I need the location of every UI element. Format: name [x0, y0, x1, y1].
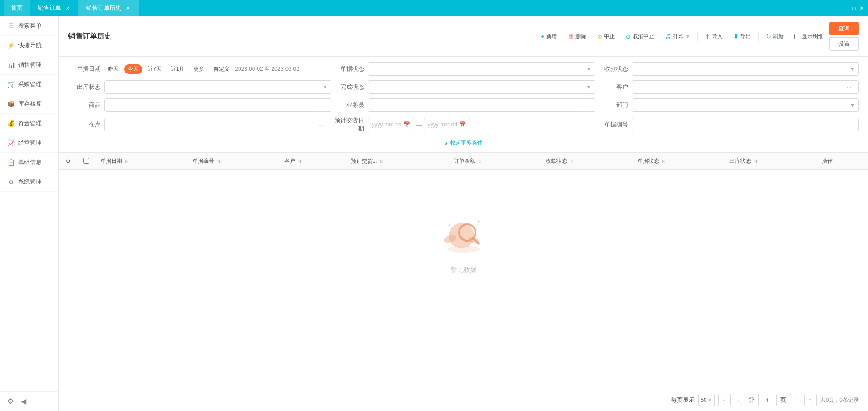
stop-icon: ⊘: [597, 33, 602, 40]
first-page-btn[interactable]: «: [718, 394, 731, 406]
export-button[interactable]: ⬇ 导出: [729, 30, 756, 43]
delivery-status-sort-icon[interactable]: ⇅: [754, 159, 758, 164]
filter-payment-status: 收款状态 ▼: [595, 62, 859, 76]
th-customer: 客户 ⇅: [279, 153, 345, 170]
tab-sales-order-close[interactable]: ✕: [64, 5, 71, 12]
payment-status-arrow-icon: ▼: [850, 66, 855, 72]
collapse-button[interactable]: ∧ 收起更多条件: [444, 139, 483, 147]
sidebar-item-sales-mgmt[interactable]: 📊 销售管理: [0, 55, 58, 75]
svg-point-4: [461, 227, 469, 234]
complete-status-select[interactable]: ▼: [368, 80, 595, 94]
inventory-icon: 📦: [7, 100, 14, 107]
sidebar-collapse-icon[interactable]: ◀: [21, 397, 26, 406]
tab-sales-order[interactable]: 销售订单 ✕: [30, 0, 79, 16]
order-amount-sort-icon[interactable]: ⇅: [478, 159, 481, 164]
bill-number-input[interactable]: [632, 118, 859, 131]
bill-number-sort-icon[interactable]: ⇅: [217, 159, 221, 164]
goods-dots-btn[interactable]: ···: [315, 102, 327, 109]
salesperson-input[interactable]: ···: [368, 98, 595, 112]
prev-page-btn[interactable]: ‹: [733, 394, 745, 406]
payment-status-sort-icon[interactable]: ⇅: [570, 159, 573, 164]
warehouse-input[interactable]: ···: [104, 118, 331, 131]
page-title: 销售订单历史: [68, 32, 111, 41]
goods-input[interactable]: ···: [104, 98, 331, 112]
window-controls: — □ ✕: [843, 5, 864, 12]
filter-salesperson: 业务员 ···: [331, 98, 595, 112]
display-detail-label: 显示明细: [802, 33, 824, 40]
salesperson-dots-btn[interactable]: ···: [579, 102, 591, 109]
pagination-footer: 每页显示 50 ▼ « ‹ 第 页 › » 共0页，0条记录: [59, 389, 868, 411]
quick-nav-icon: ⚡: [7, 42, 14, 49]
bill-date-sort-icon[interactable]: ⇅: [125, 159, 128, 164]
filter-row-1: 单据日期 昨天 今天 近7天 近1月 更多 自定义 2023-06-02 至 2…: [68, 62, 859, 76]
minimize-btn[interactable]: —: [843, 5, 849, 12]
warehouse-status-arrow-icon: ▼: [322, 84, 327, 90]
sidebar-item-quick-nav[interactable]: ⚡ 快捷导航: [0, 36, 58, 55]
window-close-btn[interactable]: ✕: [859, 5, 864, 12]
th-expected-delivery: 预计交货... ⇅: [345, 153, 448, 170]
sidebar-item-inventory[interactable]: 📦 库存核算: [0, 94, 58, 114]
sidebar-settings-icon[interactable]: ⚙: [7, 397, 14, 406]
next-page-btn[interactable]: ›: [790, 394, 802, 406]
date-tab-yesterday[interactable]: 昨天: [104, 64, 122, 74]
maximize-btn[interactable]: □: [852, 5, 856, 12]
department-select[interactable]: ▼: [632, 98, 859, 112]
payment-status-select[interactable]: ▼: [632, 62, 859, 76]
page-size-arrow-icon: ▼: [708, 398, 712, 403]
date-tab-today[interactable]: 今天: [124, 64, 142, 74]
page-word-before: 第: [747, 396, 757, 404]
bill-status-label: 单据状态: [331, 65, 368, 73]
expected-delivery-sort-icon[interactable]: ⇅: [379, 159, 383, 164]
date-tab-7days[interactable]: 近7天: [144, 64, 165, 74]
display-detail-check[interactable]: 显示明细: [794, 33, 824, 40]
sidebar-item-base-info[interactable]: 📋 基础信息: [0, 153, 58, 172]
refresh-button[interactable]: ↻ 刷新: [762, 30, 788, 43]
sidebar-item-purchase-mgmt[interactable]: 🛒 采购管理: [0, 75, 58, 94]
warehouse-dots-btn[interactable]: ···: [315, 121, 327, 128]
sidebar-item-search-menu[interactable]: ☰ 搜索菜单: [0, 16, 58, 36]
new-label: 新增: [546, 33, 557, 40]
new-button[interactable]: + 新增: [537, 30, 562, 43]
filter-row-3: 商品 ··· 业务员 ··· 部门: [68, 98, 859, 112]
import-button[interactable]: ⬆ 导入: [700, 30, 727, 43]
display-detail-checkbox[interactable]: [794, 34, 800, 39]
customer-dots-btn[interactable]: ···: [843, 84, 855, 91]
cancel-stop-button[interactable]: ⊙ 取消中止: [621, 30, 659, 43]
sidebar-item-sys-mgmt[interactable]: ⚙ 系统管理: [0, 172, 58, 192]
sidebar-item-finance[interactable]: 💰 资金管理: [0, 114, 58, 133]
base-info-icon: 📋: [7, 159, 14, 166]
tab-sales-order-history-close[interactable]: ✕: [124, 5, 131, 12]
settings-gear-icon[interactable]: ⚙: [66, 158, 71, 164]
page-size-label: 每页显示: [671, 396, 695, 404]
date-tab-1month[interactable]: 近1月: [167, 64, 188, 74]
date-tab-custom[interactable]: 自定义: [210, 64, 233, 74]
sidebar-item-sales-mgmt-label: 销售管理: [18, 61, 42, 69]
bill-status-select[interactable]: ▼: [368, 62, 595, 76]
settings-button[interactable]: 设置: [829, 37, 859, 51]
delete-button[interactable]: 🗑 删除: [563, 30, 591, 43]
th-operation-label: 操作: [822, 158, 833, 164]
sidebar-item-operations[interactable]: 📈 经营管理: [0, 133, 58, 153]
expected-date-from-input[interactable]: yyyy-mm-dd 📅: [368, 118, 414, 131]
tab-sales-order-history[interactable]: 销售订单历史 ✕: [79, 0, 139, 16]
select-all-checkbox[interactable]: [83, 158, 89, 164]
page-number-input[interactable]: [758, 394, 777, 406]
page-size-select[interactable]: 50 ▼: [698, 394, 714, 406]
th-expected-delivery-label: 预计交货...: [351, 158, 377, 164]
th-delivery-status-label: 出库状态: [729, 158, 751, 164]
bill-status-sort-icon[interactable]: ⇅: [662, 159, 665, 164]
query-button[interactable]: 查询: [829, 22, 859, 35]
department-label: 部门: [595, 101, 632, 109]
print-button[interactable]: 🖨 打印 ▼: [661, 30, 695, 43]
date-tab-more[interactable]: 更多: [190, 64, 208, 74]
tab-home[interactable]: 首页: [4, 0, 30, 16]
warehouse-status-select[interactable]: ▼: [104, 80, 331, 94]
th-delivery-status: 出库状态 ⇅: [724, 153, 816, 170]
last-page-btn[interactable]: »: [804, 394, 817, 406]
print-icon: 🖨: [665, 33, 671, 40]
stop-button[interactable]: ⊘ 中止: [593, 30, 619, 43]
expected-date-to-input[interactable]: yyyy-mm-dd 📅: [424, 118, 470, 131]
customer-input[interactable]: ···: [632, 80, 859, 94]
th-check: [77, 153, 95, 170]
customer-sort-icon[interactable]: ⇅: [298, 159, 302, 164]
